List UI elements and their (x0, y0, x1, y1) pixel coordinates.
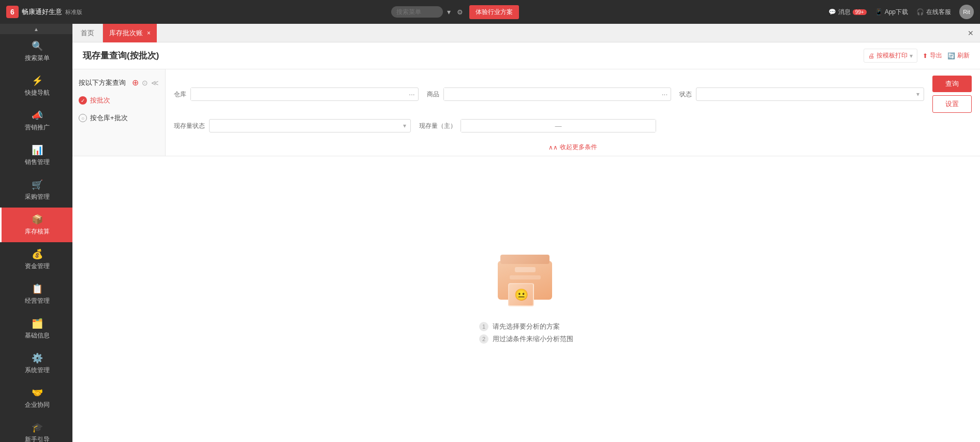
search-icon: 🔍 (32, 40, 43, 52)
settings-solution-icon[interactable]: ⊙ (142, 79, 148, 87)
hint-2: 2 用过滤条件来缩小分析范围 (479, 334, 573, 344)
sidebar-item-collab[interactable]: 🤝 企业协同 (0, 381, 72, 416)
marketing-icon: 📣 (32, 110, 43, 121)
export-label: 导出 (930, 51, 942, 60)
tab-label: 库存批次账 (109, 28, 143, 38)
box-stripe (515, 267, 536, 272)
collapse-solution-icon[interactable]: ≪ (151, 79, 159, 87)
print-icon: 🖨 (868, 52, 874, 60)
filter-row-1: 仓库 ··· 商品 ··· (174, 76, 972, 113)
top-bar-left: 6 畅康通好生意 标准版 (6, 6, 82, 18)
empty-state: 😐 1 请先选择要分析的方案 2 用过滤条件来缩小分析范围 (72, 156, 980, 442)
status-select[interactable]: ▾ (696, 87, 924, 101)
print-btn[interactable]: 🖨 按模板打印 ▾ (864, 49, 917, 63)
product-dots[interactable]: ··· (659, 90, 671, 98)
box-face: 😐 (508, 283, 534, 306)
empty-illustration: 😐 (495, 255, 557, 312)
panel-close-btn[interactable]: ✕ (961, 29, 980, 37)
box-emoji: 😐 (514, 288, 528, 302)
sidebar-item-sales[interactable]: 📊 销售管理 (0, 138, 72, 173)
range-dash: — (553, 122, 564, 130)
content-area: 首页 库存批次账 × ✕ 现存量查询(按批次) 🖨 按模板打印 ▾ ⬆ 导出 (72, 24, 980, 442)
solution-item-warehouse-batch[interactable]: ○ 按仓库+批次 (72, 109, 165, 127)
sidebar-item-marketing[interactable]: 📣 营销推广 (0, 104, 72, 138)
solution-header-icons: ⊕ ⊙ ≪ (132, 78, 159, 87)
inventory-status-label: 现存量状态 (174, 122, 205, 130)
sidebar-item-label: 销售管理 (25, 158, 50, 167)
solution-item-batch[interactable]: ✓ 按批次 (72, 92, 165, 109)
sidebar-item-inventory[interactable]: 📦 库存核算 (0, 208, 72, 242)
export-btn[interactable]: ⬆ 导出 (923, 51, 942, 60)
inventory-qty-field: 现存量（主） — (419, 119, 656, 132)
page-header: 现存量查询(按批次) 🖨 按模板打印 ▾ ⬆ 导出 🔄 刷新 (72, 42, 980, 69)
action-buttons: 查询 设置 (932, 76, 972, 113)
sidebar-item-operations[interactable]: 📋 经营管理 (0, 277, 72, 312)
version-badge: 标准版 (65, 8, 82, 16)
purchase-icon: 🛒 (32, 179, 43, 190)
page-actions: 🖨 按模板打印 ▾ ⬆ 导出 🔄 刷新 (864, 49, 970, 63)
finance-icon: 💰 (32, 248, 43, 260)
solution-label: 按仓库+批次 (90, 113, 128, 123)
sidebar-item-label: 营销推广 (25, 123, 50, 132)
warehouse-input-group: ··· (190, 87, 419, 101)
sidebar-item-label: 搜索菜单 (25, 54, 50, 63)
main-layout: ▲ 🔍 搜索菜单 ⚡ 快捷导航 📣 营销推广 📊 销售管理 🛒 采购管理 📦 库… (0, 24, 980, 442)
sidebar-item-purchase[interactable]: 🛒 采购管理 (0, 173, 72, 208)
sidebar-scroll-top[interactable]: ▲ (0, 24, 72, 34)
user-action[interactable]: Rit (959, 5, 974, 19)
solution-header: 按以下方案查询 ⊕ ⊙ ≪ (72, 73, 165, 92)
sidebar-item-label: 资金管理 (25, 262, 50, 271)
sidebar-item-basics[interactable]: 🗂️ 基础信息 (0, 312, 72, 346)
warehouse-field: 仓库 ··· (174, 87, 419, 101)
product-input[interactable] (444, 88, 659, 100)
sidebar-item-label: 企业协同 (25, 401, 50, 409)
collapse-label: 收起更多条件 (560, 143, 597, 152)
page-title: 现存量查询(按批次) (83, 50, 159, 62)
sidebar-item-search[interactable]: 🔍 搜索菜单 (0, 34, 72, 69)
sidebar-item-quicknav[interactable]: ⚡ 快捷导航 (0, 69, 72, 104)
settings-button[interactable]: 设置 (932, 95, 972, 113)
solution-active-icon: ✓ (79, 96, 87, 105)
warehouse-input[interactable] (191, 88, 406, 100)
inventory-status-field: 现存量状态 ▾ (174, 119, 411, 132)
box-stripe2 (510, 275, 541, 279)
inventory-status-select[interactable]: ▾ (209, 119, 411, 132)
message-icon: 💬 (828, 8, 836, 16)
experience-btn[interactable]: 体验行业方案 (469, 5, 519, 19)
settings-gear-icon[interactable]: ⚙ (455, 7, 465, 17)
app-download-action[interactable]: 📱 App下载 (875, 8, 908, 17)
sidebar-item-label: 系统管理 (25, 366, 50, 375)
sidebar-item-newbie[interactable]: 🎓 新手引导 (0, 416, 72, 442)
product-label: 商品 (427, 90, 439, 99)
online-service-action[interactable]: 🎧 在线客服 (916, 8, 951, 17)
chevron-down-icon: ▾ (403, 122, 406, 129)
add-solution-icon[interactable]: ⊕ (132, 78, 139, 87)
chevron-down-icon[interactable]: ▾ (447, 8, 451, 16)
menu-search-input[interactable] (391, 6, 443, 18)
query-button[interactable]: 查询 (932, 76, 972, 92)
inventory-qty-from[interactable] (461, 120, 553, 132)
tab-home[interactable]: 首页 (72, 24, 103, 42)
sidebar-item-label: 新手引导 (25, 435, 50, 442)
product-input-group: ··· (443, 87, 672, 101)
messages-action[interactable]: 💬 消息 99+ (828, 8, 867, 17)
warehouse-dots[interactable]: ··· (406, 90, 418, 98)
headset-icon: 🎧 (916, 8, 924, 16)
sidebar-item-label: 经营管理 (25, 297, 50, 305)
inventory-qty-range: — (461, 119, 656, 132)
basics-icon: 🗂️ (32, 318, 43, 329)
logo-icon: 6 (6, 6, 19, 18)
online-service-label: 在线客服 (926, 8, 951, 17)
system-icon: ⚙️ (32, 352, 43, 364)
collapse-btn[interactable]: ∧∧ 收起更多条件 (174, 139, 972, 156)
company-name: 畅康通好生意 (22, 7, 62, 17)
sidebar-item-finance[interactable]: 💰 资金管理 (0, 242, 72, 277)
tab-inventory-batch[interactable]: 库存批次账 × (103, 24, 157, 42)
empty-hints: 1 请先选择要分析的方案 2 用过滤条件来缩小分析范围 (479, 322, 573, 344)
sidebar-item-label: 采购管理 (25, 193, 50, 201)
sidebar-item-system[interactable]: ⚙️ 系统管理 (0, 346, 72, 381)
filter-layout: 按以下方案查询 ⊕ ⊙ ≪ ✓ 按批次 ○ 按仓库+批次 (72, 69, 980, 156)
refresh-btn[interactable]: 🔄 刷新 (947, 51, 970, 60)
tab-close-icon[interactable]: × (147, 30, 151, 37)
inventory-qty-to[interactable] (564, 120, 656, 132)
